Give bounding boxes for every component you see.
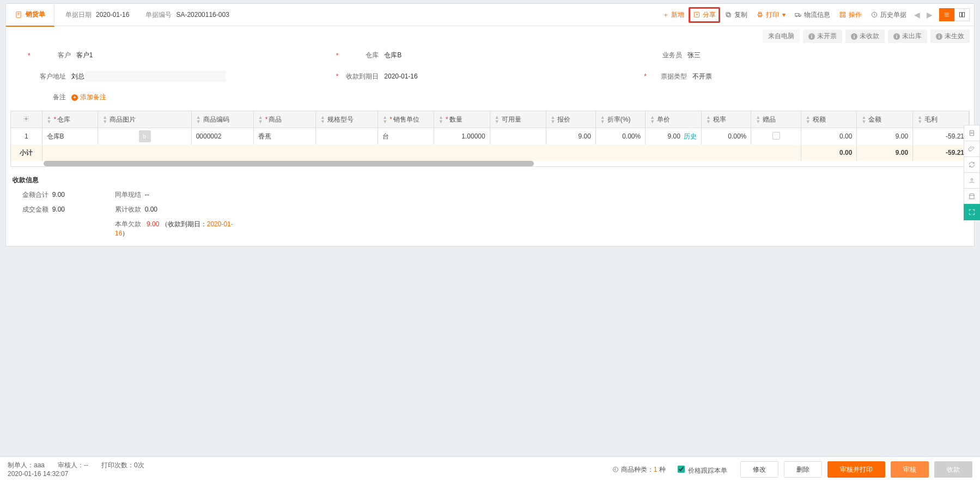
history-button[interactable]: 历史单据 — [866, 7, 911, 23]
col-tax[interactable]: ▲▼税额 — [801, 111, 857, 128]
col-gift[interactable]: ▲▼赠品 — [751, 111, 801, 128]
grid-icon — [839, 11, 847, 19]
col-avail[interactable]: ▲▼可用量 — [490, 111, 546, 128]
rail-shop-button[interactable] — [964, 188, 980, 204]
view-card-button[interactable] — [954, 8, 970, 21]
collect-button: 收款 — [934, 461, 972, 478]
print-button[interactable]: 打印 ▾ — [752, 7, 790, 23]
rail-refresh-button[interactable] — [964, 156, 980, 173]
col-taxrate[interactable]: ▲▼税率 — [701, 111, 751, 128]
copy-icon — [725, 11, 732, 19]
prev-arrow[interactable]: ◀ — [911, 10, 923, 19]
col-unit[interactable]: ▲▼*销售单位 — [378, 111, 434, 128]
cell-amount: 9.00 — [857, 128, 913, 145]
cell-qty: 1.00000 — [434, 128, 490, 145]
horizontal-scrollbar[interactable] — [11, 161, 969, 166]
col-img[interactable]: ▲▼商品图片 — [98, 111, 191, 128]
field-warehouse: *仓库 仓库B — [336, 51, 644, 60]
svg-rect-15 — [843, 15, 845, 17]
svg-point-11 — [799, 16, 800, 17]
debt-value: 9.00 — [147, 220, 159, 228]
cell-discount: 0.00% — [595, 128, 645, 145]
svg-rect-14 — [840, 15, 842, 17]
due-date-value: 2020-01-16 — [384, 73, 417, 80]
delete-button[interactable]: 删除 — [784, 461, 822, 478]
col-settings[interactable] — [11, 111, 42, 128]
rail-user-button[interactable] — [964, 172, 980, 189]
chevron-down-icon: ▾ — [782, 11, 786, 19]
tab-label: 销货单 — [26, 10, 45, 19]
share-icon — [693, 11, 701, 19]
warehouse-value: 仓库B — [384, 51, 401, 60]
col-price[interactable]: ▲▼单价 — [646, 111, 702, 128]
follow-checkbox-label[interactable]: 价格跟踪本单 — [675, 464, 727, 475]
rail-attach-button[interactable] — [964, 141, 980, 157]
plus-circle-icon: + — [71, 94, 78, 101]
audit-print-button[interactable]: 审核并打印 — [827, 461, 885, 478]
logistics-button[interactable]: 物流信息 — [790, 7, 835, 23]
cell-quote: 9.00 — [546, 128, 595, 145]
col-warehouse[interactable]: ▲▼*仓库 — [42, 111, 98, 128]
meta-date-label: 单据日期 — [65, 11, 92, 19]
col-code[interactable]: ▲▼商品编码 — [191, 111, 253, 128]
new-button[interactable]: ＋新增 — [658, 7, 689, 23]
svg-rect-5 — [726, 13, 729, 16]
footer-meta: 制单人：aaa 审核人：-- 打印次数：0次 2020-01-16 14:32:… — [8, 461, 144, 478]
same-value: -- — [145, 191, 149, 198]
address-masked — [84, 71, 226, 82]
due-prefix: （收款到期日： — [161, 220, 207, 228]
cell-img: b — [98, 128, 191, 145]
audit-button[interactable]: 审核 — [891, 461, 929, 478]
follow-checkbox[interactable] — [678, 466, 685, 473]
svg-rect-4 — [727, 14, 731, 17]
table-row[interactable]: 1 仓库B b 0000002 香蕉 台 1.00000 9.00 0.00% … — [11, 128, 969, 145]
address-prefix: 刘总 — [71, 72, 84, 81]
price-history-link[interactable]: 历史 — [684, 132, 697, 140]
col-product[interactable]: ▲▼*商品 — [253, 111, 315, 128]
field-customer: *客户 客户1 — [28, 51, 336, 60]
kinds-info: 商品种类：1 种 — [612, 465, 665, 474]
user-icon — [968, 177, 976, 184]
col-spec[interactable]: ▲▼规格型号 — [316, 111, 378, 128]
copy-button[interactable]: 复制 — [720, 7, 752, 23]
cell-avail — [490, 128, 546, 145]
next-arrow[interactable]: ▶ — [923, 10, 936, 19]
meta-date: 2020-01-16 — [96, 11, 129, 19]
scrollbar-thumb[interactable] — [44, 161, 534, 166]
meta-no: SA-20200116-003 — [176, 11, 229, 19]
gear-icon — [23, 116, 29, 122]
share-button[interactable]: 分享 — [693, 10, 716, 20]
note-icon — [968, 129, 976, 137]
deal-label: 成交金额 — [22, 206, 48, 213]
acc-label: 累计收款 — [115, 206, 141, 213]
col-amount[interactable]: ▲▼金额 — [857, 111, 913, 128]
status-receipt[interactable]: i未收款 — [845, 29, 885, 43]
status-invoice[interactable]: i未开票 — [803, 29, 842, 43]
add-remark-button[interactable]: + 添加备注 — [71, 93, 106, 102]
truck-icon — [794, 11, 802, 19]
col-profit[interactable]: ▲▼毛利 — [913, 111, 969, 128]
tab-sales-order[interactable]: 销货单 — [6, 4, 54, 27]
col-discount[interactable]: ▲▼折率(%) — [595, 111, 645, 128]
modify-button[interactable]: 修改 — [740, 461, 778, 478]
svg-rect-9 — [795, 14, 799, 16]
info-icon: i — [936, 33, 942, 40]
svg-rect-7 — [759, 12, 762, 14]
ops-button[interactable]: 操作 — [835, 7, 866, 23]
rail-expand-button[interactable] — [964, 204, 980, 220]
print-icon — [756, 11, 764, 19]
acc-value: 0.00 — [145, 206, 157, 213]
cell-code: 0000002 — [191, 128, 253, 145]
view-list-button[interactable] — [939, 8, 954, 21]
field-salesman: 业务员 张三 — [644, 51, 952, 60]
status-outbound[interactable]: i未出库 — [888, 29, 927, 43]
gift-checkbox[interactable] — [772, 132, 780, 140]
rail-note-button[interactable] — [964, 125, 980, 141]
svg-rect-20 — [959, 13, 961, 17]
svg-rect-27 — [970, 195, 974, 198]
sales-order-icon — [15, 11, 22, 19]
status-effect[interactable]: i未生效 — [930, 29, 970, 43]
cell-profit: -59.21 — [913, 128, 969, 145]
col-qty[interactable]: ▲▼*数量 — [434, 111, 490, 128]
col-quote[interactable]: ▲▼报价 — [546, 111, 595, 128]
